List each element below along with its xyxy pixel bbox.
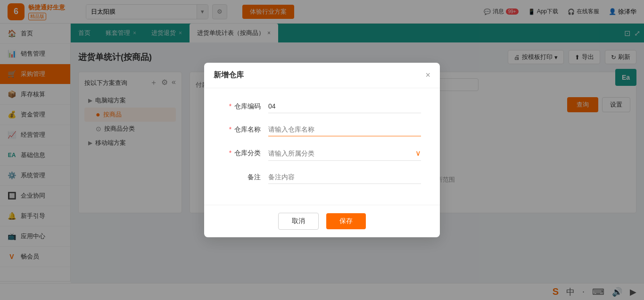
dialog-new-warehouse: 新增仓库 × * 仓库编码 * 仓库名称 (204, 63, 440, 237)
warehouse-name-input[interactable] (268, 123, 421, 136)
remark-input[interactable] (268, 170, 421, 184)
dialog-close-btn[interactable]: × (425, 70, 430, 80)
remark-label: 备注 (223, 173, 261, 182)
required-mark-category: * (229, 149, 231, 157)
category-input[interactable] (268, 150, 415, 157)
dialog-footer: 取消 保存 (204, 205, 440, 237)
dialog-code-row: * 仓库编码 (223, 100, 421, 113)
category-dropdown-icon[interactable]: ∨ (415, 149, 421, 158)
name-label: * 仓库名称 (223, 125, 261, 134)
dialog-header: 新增仓库 × (204, 63, 440, 88)
category-label: * 仓库分类 (223, 149, 261, 158)
code-label: * 仓库编码 (223, 102, 261, 111)
category-select-wrap: ∨ (268, 146, 421, 161)
save-button[interactable]: 保存 (326, 213, 366, 229)
required-mark-code: * (229, 102, 231, 110)
cancel-button[interactable]: 取消 (278, 213, 319, 230)
dialog-category-row: * 仓库分类 ∨ (223, 146, 421, 161)
dialog-name-row: * 仓库名称 (223, 123, 421, 136)
dialog-remark-row: 备注 (223, 170, 421, 184)
modal-overlay[interactable]: 新增仓库 × * 仓库编码 * 仓库名称 (0, 0, 644, 300)
dialog-title: 新增仓库 (214, 70, 244, 80)
dialog-body: * 仓库编码 * 仓库名称 * 仓库分类 (204, 88, 440, 205)
required-mark-name: * (229, 125, 231, 133)
warehouse-code-input[interactable] (268, 100, 421, 113)
